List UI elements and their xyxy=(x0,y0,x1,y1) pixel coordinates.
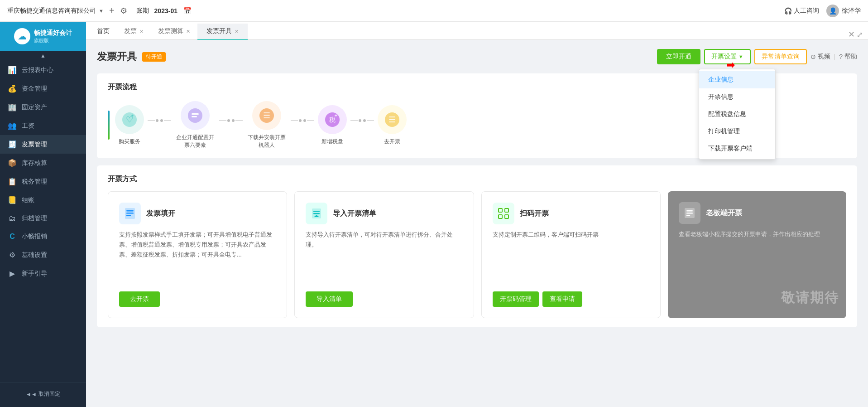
dropdown-item-kaipiaoxinxi[interactable]: 开票信息 xyxy=(699,88,775,106)
c-icon: C xyxy=(7,233,17,241)
svg-rect-4 xyxy=(192,113,199,115)
sidebar-item-zijin[interactable]: 💰 资金管理 xyxy=(0,79,86,98)
svg-rect-14 xyxy=(126,210,134,212)
tab-bar: 首页 发票 ✕ 发票测算 ✕ 发票开具 ✕ ✕ ⤢ xyxy=(86,22,868,40)
headset-icon: 🎧 xyxy=(784,7,792,15)
method-card-boss: 老板端开票 查看老板端小程序提交的开票申请，并作出相应的处理 敬请期待 xyxy=(668,191,846,318)
sidebar-item-guidang[interactable]: 🗂 归档管理 xyxy=(0,209,86,228)
sidebar-item-xiaochangbaoxiao[interactable]: C 小畅报销 xyxy=(0,228,86,246)
cancel-pin-button[interactable]: ◄◄ 取消固定 xyxy=(0,387,86,402)
sidebar-item-fapiao[interactable]: 🧾 发票管理 xyxy=(0,135,86,154)
tab-close-icon[interactable]: ✕ xyxy=(139,29,144,34)
svg-rect-27 xyxy=(686,213,693,214)
tab-close-icon[interactable]: ✕ xyxy=(186,29,190,34)
sidebar-item-label: 资金管理 xyxy=(22,85,47,93)
dropdown-item-xiazai[interactable]: 下载开票客户端 xyxy=(699,140,775,157)
import-desc: 支持导入待开票清单，可对待开票清单进行拆分、合并处理。 xyxy=(306,230,462,286)
video-label: 视频 xyxy=(818,53,830,61)
tab-fapiao-kaiju[interactable]: 发票开具 ✕ xyxy=(197,24,248,40)
receipt-icon: 🧾 xyxy=(7,140,17,149)
calendar-icon[interactable]: 📅 xyxy=(183,6,192,15)
tab-fapiao-cesuan[interactable]: 发票测算 ✕ xyxy=(151,24,197,40)
page-content: 发票开具 待开通 立即开通 开票设置 ▼ 异常清单查询 ⊙ 视频 | xyxy=(86,40,868,407)
dropdown-item-dayinji[interactable]: 打印机管理 xyxy=(699,123,775,140)
fill-title: 发票填开 xyxy=(146,209,175,218)
step5-label: 去开票 xyxy=(384,138,400,145)
fill-go-button[interactable]: 去开票 xyxy=(119,291,160,307)
svg-rect-28 xyxy=(686,215,690,216)
play-icon: ▶ xyxy=(7,269,17,278)
period-value: 2023-01 xyxy=(154,7,177,15)
dropdown-item-qiyexinxi[interactable]: 企业信息 xyxy=(699,71,775,88)
chart-icon: 📊 xyxy=(7,66,17,74)
svg-rect-15 xyxy=(126,213,134,214)
method-card-scan: 扫码开票 支持定制开票二维码，客户端可扫码开票 开票码管理 查看申请 xyxy=(481,191,661,318)
sidebar-item-label: 基础设置 xyxy=(22,251,47,259)
sidebar-scroll-up[interactable]: ▲ xyxy=(0,51,86,61)
clipboard-icon: 📋 xyxy=(7,177,17,186)
user-info[interactable]: 👤 徐泽华 xyxy=(826,5,861,17)
dropdown-item-peizhi[interactable]: 配置税盘信息 xyxy=(699,106,775,123)
tab-home[interactable]: 首页 xyxy=(90,24,117,40)
people-icon: 👥 xyxy=(7,121,17,130)
sidebar-item-gongzi[interactable]: 👥 工资 xyxy=(0,116,86,135)
sidebar-item-label: 库存核算 xyxy=(22,159,47,167)
abnormal-list-button[interactable]: 异常清单查询 xyxy=(754,49,807,64)
scan-title: 扫码开票 xyxy=(520,209,549,218)
chevron-down-icon: ▼ xyxy=(739,54,743,59)
step5-icon: ☰ xyxy=(378,105,407,134)
sidebar-item-label: 发票管理 xyxy=(22,141,47,149)
page-title: 发票开具 xyxy=(97,50,137,63)
question-icon: ? xyxy=(839,53,843,60)
scan-qr-manage-button[interactable]: 开票码管理 xyxy=(493,291,539,307)
flow-step-4: 税+ 新增税盘 xyxy=(318,105,347,145)
expand-window-button[interactable]: ⤢ xyxy=(857,30,863,39)
sidebar-item-jiezhang[interactable]: 📒 结账 xyxy=(0,191,86,209)
step1-label: 购买服务 xyxy=(119,138,140,145)
sidebar-item-yunbao[interactable]: 📊 云报表中心 xyxy=(0,61,86,79)
tab-fapiao[interactable]: 发票 ✕ xyxy=(117,24,151,40)
activate-button[interactable]: 立即开通 xyxy=(657,49,700,64)
logo-text: 畅捷通好会计 xyxy=(34,29,72,37)
svg-rect-19 xyxy=(313,213,320,214)
connector xyxy=(291,119,314,122)
svg-text:+: + xyxy=(130,113,134,119)
scan-desc: 支持定制开票二维码，客户端可扫码开票 xyxy=(493,230,649,286)
company-name: 重庆畅捷交通信息咨询有限公司 xyxy=(7,7,96,15)
sidebar-item-label: 云报表中心 xyxy=(22,66,53,74)
settings-icon[interactable]: ⚙ xyxy=(120,6,127,16)
close-window-button[interactable]: ✕ xyxy=(848,29,855,39)
scan-view-application-button[interactable]: 查看申请 xyxy=(542,291,582,307)
svg-rect-23 xyxy=(499,215,502,218)
tab-label: 首页 xyxy=(97,27,110,35)
svg-rect-16 xyxy=(126,215,131,216)
tab-close-icon[interactable]: ✕ xyxy=(235,29,239,34)
step2-label: 企业开通配置开票六要素 xyxy=(175,134,216,149)
help-label: 帮助 xyxy=(844,53,857,61)
sidebar-item-jichushezhi[interactable]: ⚙ 基础设置 xyxy=(0,246,86,264)
video-button[interactable]: ⊙ 视频 xyxy=(810,53,830,61)
sidebar-item-label: 结账 xyxy=(22,196,34,204)
flow-step-2: 企业开通配置开票六要素 xyxy=(175,101,216,149)
logo-sub: 旗舰版 xyxy=(34,37,72,44)
import-button[interactable]: 导入清单 xyxy=(306,291,353,307)
sidebar: ☁ 畅捷通好会计 旗舰版 ▲ 📊 云报表中心 💰 资金管理 🏢 固定资产 xyxy=(0,22,86,407)
import-title: 导入开票清单 xyxy=(333,209,376,218)
add-company-button[interactable]: + xyxy=(109,5,115,16)
sidebar-item-shuiwu[interactable]: 📋 税务管理 xyxy=(0,172,86,191)
sidebar-item-gudingzichan[interactable]: 🏢 固定资产 xyxy=(0,98,86,116)
sidebar-item-xinshouyindao[interactable]: ▶ 新手引导 xyxy=(0,264,86,283)
step3-icon: ☰ xyxy=(252,101,281,130)
building-icon: 🏢 xyxy=(7,103,17,111)
help-button[interactable]: ? 帮助 xyxy=(839,53,857,61)
customer-service-button[interactable]: 🎧 人工咨询 xyxy=(784,7,819,15)
avatar: 👤 xyxy=(826,5,839,17)
sidebar-item-label: 工资 xyxy=(22,122,34,130)
methods-section-title: 开票方式 xyxy=(108,174,846,184)
money-icon: 💰 xyxy=(7,84,17,93)
settings-dropdown: ➡ 企业信息 开票信息 配置税盘信息 打印机管理 xyxy=(699,69,776,160)
company-selector[interactable]: 重庆畅捷交通信息咨询有限公司 ▼ xyxy=(7,7,104,15)
sidebar-item-kucun[interactable]: 📦 库存核算 xyxy=(0,154,86,172)
book-icon: 📒 xyxy=(7,196,17,204)
customer-service-label: 人工咨询 xyxy=(794,7,819,15)
